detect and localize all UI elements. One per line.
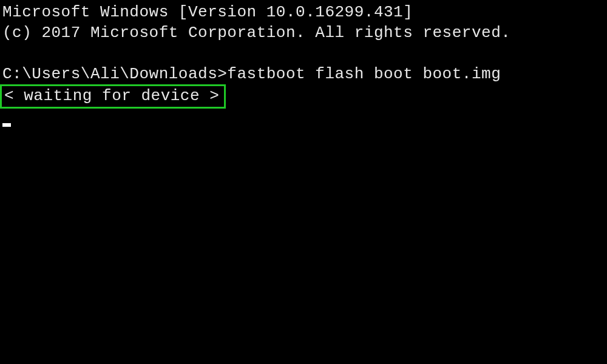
copyright-line: (c) 2017 Microsoft Corporation. All righ… [2,23,607,44]
terminal-window[interactable]: Microsoft Windows [Version 10.0.16299.43… [0,0,607,133]
status-line: < waiting for device > [2,84,607,109]
prompt-path: C:\Users\Ali\Downloads> [2,65,227,83]
cursor-icon [2,123,11,127]
os-version-line: Microsoft Windows [Version 10.0.16299.43… [2,2,607,23]
bottom-bar [0,320,607,364]
prompt-line: C:\Users\Ali\Downloads>fastboot flash bo… [2,64,607,85]
waiting-status: < waiting for device > [0,84,226,109]
blank-line [2,44,607,64]
command-text: fastboot flash boot boot.img [227,65,501,83]
cursor-line[interactable] [2,109,607,133]
